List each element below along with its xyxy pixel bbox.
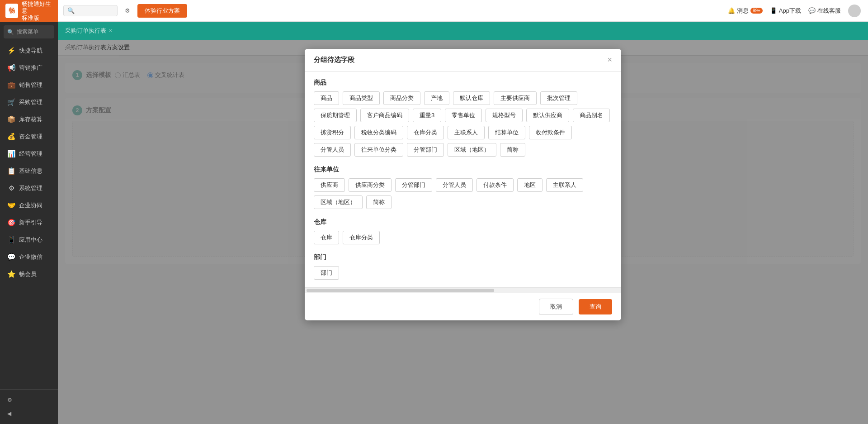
field-tag[interactable]: 商品别名 xyxy=(573,109,610,122)
field-tag[interactable]: 主联系人 xyxy=(448,126,485,139)
field-tag[interactable]: 简称 xyxy=(366,195,392,209)
inventory-icon: 📦 xyxy=(7,115,15,124)
sidebar-item-operations[interactable]: 📊经营管理 xyxy=(0,145,58,162)
notice-button[interactable]: 🔔 消息 99+ xyxy=(728,7,763,15)
sidebar-item-marketing[interactable]: 📢营销推广 xyxy=(0,59,58,76)
field-tag[interactable]: 往来单位分类 xyxy=(354,143,403,157)
sidebar-item-inventory[interactable]: 📦库存核算 xyxy=(0,111,58,128)
field-tag[interactable]: 税收分类编码 xyxy=(354,126,403,139)
field-tag[interactable]: 产地 xyxy=(424,91,449,105)
field-tag[interactable]: 商品类型 xyxy=(343,91,380,105)
user-avatar[interactable] xyxy=(848,5,861,17)
experience-plan-button[interactable]: 体验行业方案 xyxy=(137,4,187,18)
sidebar-item-finance[interactable]: 💰资金管理 xyxy=(0,128,58,145)
sidebar-nav: ⚡快捷导航📢营销推广💼销售管理🛒采购管理📦库存核算💰资金管理📊经营管理📋基础信息… xyxy=(0,42,58,283)
field-tag[interactable]: 供应商 xyxy=(314,178,345,192)
field-tag[interactable]: 部门 xyxy=(314,266,339,280)
field-tag[interactable]: 分管部门 xyxy=(395,178,432,192)
app-download-button[interactable]: 📱 App下载 xyxy=(770,7,801,15)
field-tag[interactable]: 收付款条件 xyxy=(529,126,572,139)
tab-purchase-exec[interactable]: 采购订单执行表× xyxy=(58,22,119,40)
sidebar-item-member[interactable]: ⭐畅会员 xyxy=(0,266,58,283)
header-search-input[interactable] xyxy=(77,8,113,14)
header-gear-button[interactable]: ⚙ xyxy=(121,5,134,17)
sidebar-item-apps[interactable]: 📱应用中心 xyxy=(0,231,58,248)
field-section-warehouse: 仓库仓库仓库分类 xyxy=(314,218,612,244)
sidebar-item-wechat[interactable]: 💬企业微信 xyxy=(0,248,58,266)
field-tag[interactable]: 客户商品编码 xyxy=(360,109,409,122)
basic-icon: 📋 xyxy=(7,167,15,175)
sidebar-search-button[interactable]: 🔍 搜索菜单 xyxy=(4,25,54,38)
field-tag[interactable]: 分管人员 xyxy=(314,143,351,157)
header-right: 🔔 消息 99+ 📱 App下载 💬 在线客服 xyxy=(728,5,868,17)
sidebar-item-label: 资金管理 xyxy=(19,133,42,141)
online-service-button[interactable]: 💬 在线客服 xyxy=(808,7,841,15)
sidebar-settings[interactable]: ⚙ xyxy=(0,393,58,407)
field-tag[interactable]: 保质期管理 xyxy=(314,109,357,122)
field-tag[interactable]: 仓库 xyxy=(314,231,339,244)
operations-icon: 📊 xyxy=(7,150,15,158)
field-tag[interactable]: 拣货积分 xyxy=(314,126,351,139)
sidebar-item-label: 库存核算 xyxy=(19,115,42,124)
field-tag[interactable]: 商品分类 xyxy=(383,91,420,105)
gear-icon: ⚙ xyxy=(7,397,12,403)
field-tag[interactable]: 默认仓库 xyxy=(453,91,490,105)
sidebar-item-label: 新手引导 xyxy=(19,219,42,227)
tab-label: 采购订单执行表 xyxy=(65,27,106,35)
sidebar-logo: 畅 畅捷通好生意 标准版 xyxy=(0,0,58,22)
modal-overlay: 分组待选字段 × 商品商品商品类型商品分类产地默认仓库主要供应商批次管理保质期管… xyxy=(58,40,868,424)
header-search-icon: 🔍 xyxy=(67,7,75,14)
marketing-icon: 📢 xyxy=(7,64,15,72)
field-tags-partner: 供应商供应商分类分管部门分管人员付款条件地区主联系人区域（地区）简称 xyxy=(314,178,612,209)
tab-close-purchase-exec[interactable]: × xyxy=(109,28,112,34)
field-tag[interactable]: 规格型号 xyxy=(486,109,523,122)
quick-nav-icon: ⚡ xyxy=(7,47,15,55)
sidebar-item-label: 企业协同 xyxy=(19,201,42,210)
sidebar-item-system[interactable]: ⚙系统管理 xyxy=(0,180,58,197)
field-tag[interactable]: 默认供应商 xyxy=(526,109,569,122)
collapse-icon: ◀ xyxy=(7,410,11,417)
sidebar-item-basic[interactable]: 📋基础信息 xyxy=(0,162,58,180)
field-tag[interactable]: 地区 xyxy=(517,178,542,192)
modal-header: 分组待选字段 × xyxy=(305,49,621,71)
field-tag[interactable]: 主要供应商 xyxy=(494,91,537,105)
field-tag[interactable]: 批次管理 xyxy=(540,91,577,105)
field-tag[interactable]: 仓库分类 xyxy=(407,126,444,139)
sidebar-item-quick-nav[interactable]: ⚡快捷导航 xyxy=(0,42,58,59)
sidebar-item-label: 系统管理 xyxy=(19,184,42,192)
logo-icon: 畅 xyxy=(5,4,18,18)
field-tag[interactable]: 结算单位 xyxy=(488,126,525,139)
field-tags-goods: 商品商品类型商品分类产地默认仓库主要供应商批次管理保质期管理客户商品编码重量3零… xyxy=(314,91,612,157)
field-tag[interactable]: 重量3 xyxy=(413,109,441,122)
newbie-icon: 🎯 xyxy=(7,219,15,227)
sidebar-item-cooperation[interactable]: 🤝企业协同 xyxy=(0,197,58,214)
sidebar-item-label: 销售管理 xyxy=(19,81,42,89)
sidebar-item-label: 营销推广 xyxy=(19,64,42,72)
field-tag[interactable]: 付款条件 xyxy=(476,178,514,192)
modal-close-button[interactable]: × xyxy=(607,55,612,65)
field-tag[interactable]: 分管部门 xyxy=(407,143,444,157)
field-tag[interactable]: 商品 xyxy=(314,91,339,105)
cancel-button[interactable]: 取消 xyxy=(539,299,573,315)
sidebar-item-newbie[interactable]: 🎯新手引导 xyxy=(0,214,58,231)
header-search-box: 🔍 xyxy=(63,5,118,16)
sidebar-item-sales[interactable]: 💼销售管理 xyxy=(0,76,58,94)
field-tag[interactable]: 仓库分类 xyxy=(343,231,380,244)
field-section-department: 部门部门 xyxy=(314,253,612,280)
modal-horizontal-scrollbar[interactable] xyxy=(305,287,621,293)
field-tag[interactable]: 零售单位 xyxy=(445,109,482,122)
tabs-bar: 首页采购订单执行表×新建方案× xyxy=(58,22,868,40)
field-tag[interactable]: 主联系人 xyxy=(546,178,583,192)
field-tag[interactable]: 简称 xyxy=(500,143,525,157)
field-tag[interactable]: 供应商分类 xyxy=(349,178,392,192)
field-section-goods: 商品商品商品类型商品分类产地默认仓库主要供应商批次管理保质期管理客户商品编码重量… xyxy=(314,79,612,157)
confirm-button[interactable]: 查询 xyxy=(579,299,612,314)
sidebar-item-purchase[interactable]: 🛒采购管理 xyxy=(0,94,58,111)
finance-icon: 💰 xyxy=(7,133,15,141)
modal-body: 商品商品商品类型商品分类产地默认仓库主要供应商批次管理保质期管理客户商品编码重量… xyxy=(305,71,621,287)
sidebar-collapse[interactable]: ◀ xyxy=(0,407,58,420)
field-tag[interactable]: 分管人员 xyxy=(436,178,473,192)
field-tag[interactable]: 区域（地区） xyxy=(448,143,496,157)
purchase-icon: 🛒 xyxy=(7,98,15,106)
field-tag[interactable]: 区域（地区） xyxy=(314,195,363,209)
